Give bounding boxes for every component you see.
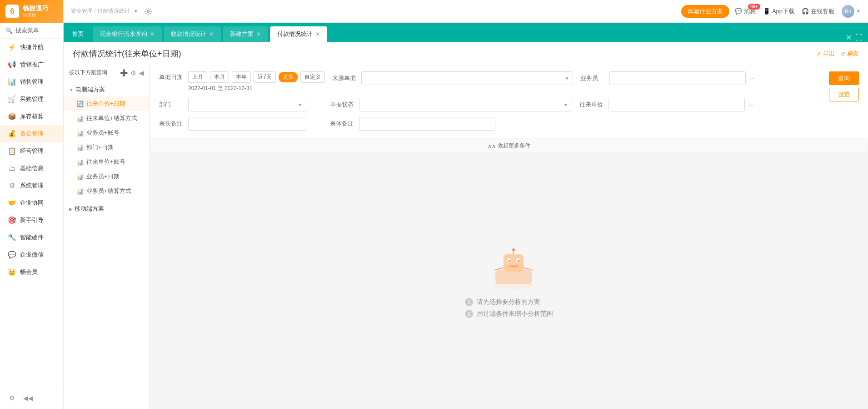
source-select-arrow: ▼: [564, 76, 569, 81]
topbar-settings-btn[interactable]: [142, 5, 155, 18]
sidebar-item-funds[interactable]: 💰 资金管理: [0, 125, 63, 142]
manage-scheme-btn[interactable]: ⚙: [130, 69, 136, 76]
dept-label: 部门: [159, 101, 185, 109]
scheme-item-unit-account[interactable]: 📊 往来单位+账号: [64, 155, 150, 169]
tab-payment-stat-close[interactable]: ✕: [315, 31, 320, 37]
sidebar-item-enterprise[interactable]: 🤝 企业协同: [0, 194, 63, 212]
page-actions: ↗ 导出 ↺ 刷新: [816, 50, 859, 58]
scheme-icon: 📊: [76, 144, 84, 151]
tab-close-all-btn[interactable]: ✕: [846, 33, 852, 42]
scheme-item-salesperson-date[interactable]: 📊 业务员+日期: [64, 169, 150, 184]
sidebar-item-sales[interactable]: 📊 销售管理: [0, 73, 63, 91]
body-note-input[interactable]: [359, 117, 495, 131]
counterpart-more-btn[interactable]: ···: [748, 101, 754, 108]
date-btn-more[interactable]: 更多: [279, 72, 298, 82]
scheme-item-label: 往来单位+日期: [86, 100, 125, 108]
collapse-sidebar-btn[interactable]: ◀◀: [22, 392, 35, 404]
sidebar-item-hardware[interactable]: 🔧 智能硬件: [0, 229, 63, 246]
date-btn-this-year[interactable]: 本年: [232, 71, 251, 83]
scheme-item-label: 业务员+日期: [86, 172, 120, 181]
panel-header-actions: ➕ ⚙ ◀: [120, 69, 144, 76]
sidebar-item-newbie[interactable]: 🎯 新手引导: [0, 212, 63, 229]
date-btn-custom[interactable]: 自定义: [300, 71, 325, 83]
scheme-item-salesperson-payment[interactable]: 📊 业务员+结算方式: [64, 184, 150, 198]
tab-new-plan[interactable]: 新建方案 ✕: [223, 26, 268, 42]
scheme-item-dept-date[interactable]: 📊 部门+日期: [64, 140, 150, 155]
sidebar-item-wechat[interactable]: 💬 企业微信: [0, 246, 63, 263]
sidebar-item-system[interactable]: ⚙ 系统管理: [0, 177, 63, 194]
header-note-input[interactable]: [188, 117, 306, 131]
tab-payment-stat[interactable]: 付款情况统计 ✕: [270, 26, 327, 42]
scheme-item-salesperson-account[interactable]: 📊 业务员+账号: [64, 126, 150, 140]
sidebar-item-label: 新手引导: [20, 216, 44, 224]
header-note-label: 表头备注: [159, 120, 185, 128]
app-download-btn[interactable]: 📱 App下载: [763, 7, 794, 15]
messages-btn[interactable]: 💬 消息 99+: [735, 7, 756, 15]
source-select[interactable]: ▼: [361, 71, 574, 85]
sidebar-item-basic-info[interactable]: 🗂 基础信息: [0, 160, 63, 177]
empty-svg: [486, 245, 541, 291]
doc-status-label: 单据状态: [330, 101, 355, 109]
scheme-item-unit-date[interactable]: 🔄 往来单位+日期: [64, 96, 150, 111]
user-menu[interactable]: Rit ▼: [842, 5, 861, 18]
sidebar-item-label: 智能硬件: [20, 233, 44, 242]
counterpart-input[interactable]: [609, 98, 745, 111]
tab-new-plan-close[interactable]: ✕: [256, 31, 261, 37]
quick-nav-icon: ⚡: [7, 43, 16, 51]
desktop-group-header[interactable]: ▼ 电脑端方案: [64, 83, 150, 96]
desktop-scheme-group: ▼ 电脑端方案 🔄 往来单位+日期 📊 往来单位+结算方式 📊 业务员+账号: [64, 81, 150, 200]
desktop-group-label: 电脑端方案: [75, 86, 105, 94]
trial-btn[interactable]: 体验行业方案: [681, 5, 729, 18]
system-icon: ⚙: [7, 182, 16, 190]
download-icon: 📱: [763, 8, 770, 15]
export-btn[interactable]: ↗ 导出: [816, 50, 835, 58]
refresh-btn[interactable]: ↺ 刷新: [840, 50, 859, 58]
filter-settings-btn[interactable]: 设置: [829, 88, 859, 101]
query-btn[interactable]: 查询: [829, 71, 859, 85]
date-btn-this-month[interactable]: 本月: [210, 71, 229, 83]
date-btn-7days[interactable]: 近7天: [254, 71, 276, 83]
tab-income-stat-close[interactable]: ✕: [209, 31, 214, 37]
settings-footer-btn[interactable]: ⚙: [5, 392, 18, 404]
online-service-btn[interactable]: 🎧 在线客服: [802, 7, 834, 15]
sidebar-item-quick-nav[interactable]: ⚡ 快捷导航: [0, 39, 63, 56]
sidebar-item-member[interactable]: 👑 畅会员: [0, 263, 63, 281]
date-btn-last-month[interactable]: 上月: [188, 71, 207, 83]
salesperson-input[interactable]: [609, 71, 746, 85]
topbar-right: 💬 消息 99+ 📱 App下载 🎧 在线客服 Rit ▼: [735, 5, 861, 18]
empty-illustration: [486, 245, 532, 291]
breadcrumb-arrow[interactable]: ▼: [134, 9, 138, 14]
search-menu-label: 搜索菜单: [15, 26, 39, 35]
hint-num-1: 1: [465, 298, 473, 306]
sidebar-item-label: 企业协同: [20, 199, 44, 207]
add-scheme-btn[interactable]: ➕: [120, 69, 128, 76]
tab-bank-flow[interactable]: 现金银行流水查询 ✕: [93, 26, 162, 42]
collapse-bar[interactable]: ∧∧ 收起更多条件: [150, 138, 868, 154]
mobile-group-header[interactable]: ▶ 移动端方案: [64, 202, 150, 216]
sidebar-header: 6 畅捷通巧 标准版: [0, 0, 63, 23]
salesperson-more-btn[interactable]: ···: [749, 75, 755, 82]
sales-icon: 📊: [7, 78, 16, 86]
tab-income-stat[interactable]: 收款情况统计 ✕: [164, 26, 221, 42]
sidebar-item-purchase[interactable]: 🛒 采购管理: [0, 91, 63, 108]
scheme-item-label: 业务员+结算方式: [86, 187, 131, 195]
sidebar-footer: ⚙ ◀◀: [0, 387, 63, 409]
mobile-group-arrow: ▶: [69, 207, 73, 212]
sidebar-item-management[interactable]: 📋 经营管理: [0, 142, 63, 160]
tab-home[interactable]: 首页: [65, 26, 91, 42]
page-title: 付款情况统计(往来单位+日期): [73, 48, 181, 59]
search-menu[interactable]: 🔍 搜索菜单: [0, 23, 63, 39]
collapse-panel-btn[interactable]: ◀: [139, 69, 144, 76]
date-options: 上月 本月 本年 近7天 更多 自定义: [188, 71, 325, 83]
tab-maximize-btn[interactable]: ⛶: [855, 34, 863, 42]
doc-status-select[interactable]: ▼: [359, 98, 572, 111]
mobile-scheme-group: ▶ 移动端方案: [64, 200, 150, 217]
dept-select[interactable]: ▼: [188, 98, 306, 111]
sidebar-item-inventory[interactable]: 📦 库存核算: [0, 108, 63, 125]
scheme-item-unit-payment[interactable]: 📊 往来单位+结算方式: [64, 111, 150, 126]
tab-bank-flow-close[interactable]: ✕: [150, 31, 155, 37]
inventory-icon: 📦: [7, 112, 16, 121]
app-name: 畅捷通巧: [23, 5, 48, 12]
sidebar-item-label: 经营管理: [20, 147, 44, 155]
sidebar-item-marketing[interactable]: 📢 营销推广: [0, 56, 63, 73]
